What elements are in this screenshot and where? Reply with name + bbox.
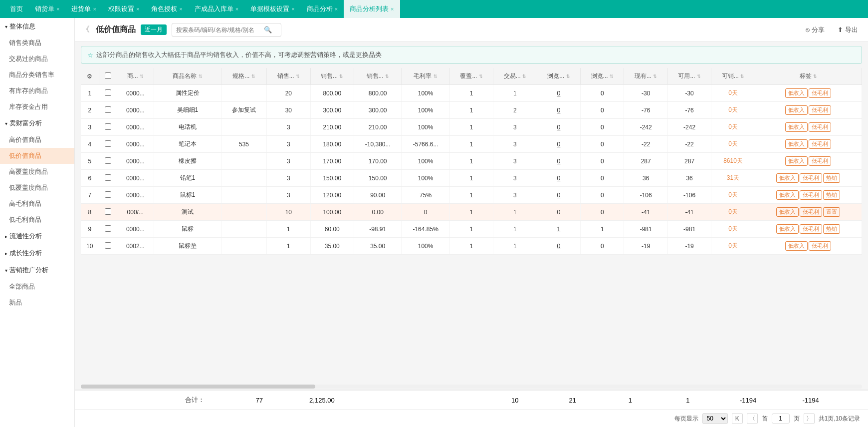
nav-close-purchase[interactable]: × [93, 6, 96, 12]
nav-analysis-list[interactable]: 商品分析列表 × [344, 0, 400, 18]
nav-warehouse[interactable]: 产成品入库单 × [189, 0, 244, 18]
date-filter-badge[interactable]: 近一月 [141, 24, 167, 35]
current-stock-column-header[interactable]: 现有... ⇅ [624, 68, 667, 85]
sidebar-item-stock-capital[interactable]: 库存资金占用 [0, 99, 74, 115]
tags-column-header[interactable]: 标签 ⇅ [755, 68, 862, 85]
next-page-button[interactable]: 〉 [804, 413, 815, 424]
code-column-header[interactable]: 商... ⇅ [117, 68, 154, 85]
share-button[interactable]: ⎋ 分享 [802, 23, 829, 36]
sidebar-group-wealth[interactable]: ▾ 卖财富分析 [0, 115, 74, 132]
horizontal-scrollbar[interactable] [81, 385, 862, 389]
row-view1[interactable]: 0 [537, 204, 580, 221]
sidebar-item-low-margin[interactable]: 低毛利商品 [0, 212, 74, 228]
search-input[interactable] [176, 26, 261, 33]
row-view1[interactable]: 0 [537, 153, 580, 170]
select-all-checkbox[interactable] [105, 72, 111, 79]
row-checkbox[interactable] [105, 191, 111, 198]
gross-rate-column-header[interactable]: 毛利率 ⇅ [402, 68, 449, 85]
row-checkbox[interactable] [105, 225, 111, 232]
export-button[interactable]: ⬆ 导出 [834, 23, 862, 36]
nav-permissions[interactable]: 权限设置 × [102, 0, 145, 18]
sidebar-item-high-value[interactable]: 高价值商品 [0, 132, 74, 148]
collapse-button[interactable]: 《 [81, 25, 91, 35]
row-checkbox[interactable] [105, 174, 111, 181]
row-checkbox-cell[interactable] [99, 85, 117, 102]
row-checkbox-cell[interactable] [99, 136, 117, 153]
row-checkbox[interactable] [105, 242, 111, 249]
coverage-column-header[interactable]: 覆盖... ⇅ [449, 68, 493, 85]
name-column-header[interactable]: 商品名称 ⇅ [154, 68, 221, 85]
prev-page-button[interactable]: 〈 [747, 413, 758, 424]
row-checkbox[interactable] [105, 123, 111, 130]
nav-purchase-order[interactable]: 进货单 × [65, 0, 102, 18]
transaction-column-header[interactable]: 交易... ⇅ [493, 68, 537, 85]
row-sales-amount: 800.00 [310, 85, 354, 102]
checkbox-column-header[interactable] [99, 68, 117, 85]
row-checkbox-cell[interactable] [99, 153, 117, 170]
row-view1[interactable]: 0 [537, 136, 580, 153]
search-icon[interactable]: 🔍 [264, 26, 272, 33]
row-checkbox[interactable] [105, 208, 111, 215]
available-column-header[interactable]: 可用... ⇅ [667, 68, 711, 85]
row-view1[interactable]: 0 [537, 170, 580, 187]
sellable-column-header[interactable]: 可销... ⇅ [711, 68, 755, 85]
sidebar-item-sales-products[interactable]: 销售类商品 [0, 35, 74, 51]
row-view1[interactable]: 0 [537, 238, 580, 255]
total-view1: 1 [618, 397, 643, 404]
product-tag: 低毛利 [809, 88, 831, 98]
sidebar-item-new-products[interactable]: 新品 [0, 295, 74, 311]
current-page-input[interactable] [772, 414, 790, 424]
row-view1[interactable]: 0 [537, 85, 580, 102]
nav-template[interactable]: 单据模板设置 × [244, 0, 300, 18]
row-checkbox-cell[interactable] [99, 221, 117, 238]
row-sellable-days: 0天 [711, 221, 755, 238]
row-checkbox-cell[interactable] [99, 170, 117, 187]
view2-column-header[interactable]: 浏览... ⇅ [581, 68, 624, 85]
first-page-button[interactable]: K [732, 413, 743, 424]
per-page-select[interactable]: 50 100 200 [702, 413, 728, 424]
sidebar-item-high-margin[interactable]: 高毛利商品 [0, 196, 74, 212]
nav-close-analysis-list[interactable]: × [391, 6, 394, 12]
nav-close-warehouse[interactable]: × [235, 6, 238, 12]
sales-gross-column-header[interactable]: 销售... ⇅ [354, 68, 401, 85]
row-view1[interactable]: 0 [537, 119, 580, 136]
nav-close-permissions[interactable]: × [136, 6, 139, 12]
sales-qty-column-header[interactable]: 销售... ⇅ [267, 68, 310, 85]
sidebar-group-marketing[interactable]: ▾ 营销推广分析 [0, 262, 74, 279]
sidebar-group-growth[interactable]: ▸ 成长性分析 [0, 245, 74, 262]
nav-close-template[interactable]: × [291, 6, 294, 12]
nav-product-analysis[interactable]: 商品分析 × [301, 0, 344, 18]
nav-home[interactable]: 首页 [4, 0, 29, 18]
sidebar-group-overall[interactable]: ▾ 整体信息 [0, 18, 74, 35]
row-view1[interactable]: 1 [537, 221, 580, 238]
sidebar-item-all-products[interactable]: 全部商品 [0, 279, 74, 295]
sidebar-item-category-sales-rate[interactable]: 商品分类销售率 [0, 67, 74, 83]
row-checkbox-cell[interactable] [99, 238, 117, 255]
row-checkbox-cell[interactable] [99, 119, 117, 136]
sidebar-item-low-coverage[interactable]: 低覆盖度商品 [0, 180, 74, 196]
nav-close-roles[interactable]: × [179, 6, 182, 12]
nav-close-sales-order[interactable]: × [56, 6, 59, 12]
nav-close-product-analysis[interactable]: × [335, 6, 338, 12]
sidebar-item-high-coverage[interactable]: 高覆盖度商品 [0, 164, 74, 180]
row-checkbox[interactable] [105, 157, 111, 164]
row-checkbox-cell[interactable] [99, 204, 117, 221]
sidebar-group-flow[interactable]: ▸ 流通性分析 [0, 228, 74, 245]
sidebar-item-traded-products[interactable]: 交易过的商品 [0, 51, 74, 67]
scrollbar-thumb[interactable] [81, 385, 315, 389]
spec-column-header[interactable]: 规格... ⇅ [221, 68, 266, 85]
row-view1[interactable]: 0 [537, 187, 580, 204]
row-view1[interactable]: 0 [537, 102, 580, 119]
row-checkbox[interactable] [105, 140, 111, 147]
nav-sales-order[interactable]: 销货单 × [29, 0, 65, 18]
sales-amount-column-header[interactable]: 销售... ⇅ [310, 68, 354, 85]
row-checkbox[interactable] [105, 106, 111, 113]
view1-column-header[interactable]: 浏览... ⇅ [537, 68, 580, 85]
sidebar-item-low-value[interactable]: 低价值商品 [0, 148, 74, 164]
settings-column-header[interactable]: ⚙ [81, 68, 99, 85]
row-checkbox[interactable] [105, 89, 111, 96]
nav-roles[interactable]: 角色授权 × [145, 0, 188, 18]
row-checkbox-cell[interactable] [99, 102, 117, 119]
row-checkbox-cell[interactable] [99, 187, 117, 204]
sidebar-item-stock-products[interactable]: 有库存的商品 [0, 83, 74, 99]
